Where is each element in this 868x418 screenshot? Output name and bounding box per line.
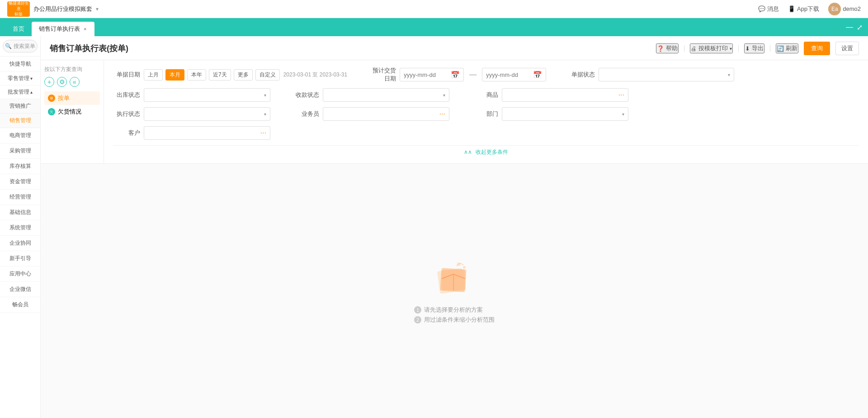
exec-status-select[interactable]: ▾ — [144, 107, 270, 121]
sidebar-item-purchase-mgmt[interactable]: 采购管理 — [0, 143, 40, 159]
settings-scheme-btn[interactable]: ⚙ — [57, 77, 67, 87]
export-btn[interactable]: ⬇ 导出 — [744, 43, 764, 53]
collapse-scheme-btn[interactable]: « — [70, 77, 80, 87]
date-last-month-btn[interactable]: 上月 — [144, 69, 163, 81]
sidebar-finance-label: 资金管理 — [9, 178, 31, 185]
dept-select[interactable]: ▾ — [502, 107, 628, 121]
sidebar-retail-label: 零售管理 — [8, 75, 29, 82]
status-dropdown-icon: ▾ — [728, 72, 730, 77]
out-status-label: 出库状态 — [113, 91, 140, 99]
sidebar-app-center-label: 应用中心 — [9, 270, 31, 278]
top-bar-arrow[interactable]: ▾ — [96, 6, 99, 12]
search-icon: 🔍 — [5, 43, 12, 49]
collapse-up-icon: ∧∧ — [464, 149, 472, 155]
date-this-month-btn[interactable]: 本月 — [165, 69, 184, 81]
collapse-bar[interactable]: ∧∧ 收起更多条件 — [113, 145, 859, 159]
tab-home-label: 首页 — [13, 25, 24, 33]
exec-dropdown-icon: ▾ — [264, 112, 266, 117]
payment-status-select[interactable]: ▾ — [323, 88, 449, 102]
scheme-按单[interactable]: 单 按单 — [44, 91, 100, 105]
sidebar-item-inventory[interactable]: 库存核算 — [0, 159, 40, 174]
top-bar: 畅捷通好生意 标版 办公用品行业模拟账套 ▾ 💬 消息 📱 App下载 Ea d… — [0, 0, 868, 18]
expected-date-start-input[interactable] — [404, 71, 449, 78]
app-download-btn[interactable]: 📱 App下载 — [788, 5, 819, 13]
expected-date-end[interactable]: 📅 — [482, 68, 546, 81]
tab-home[interactable]: 首页 — [5, 22, 32, 36]
top-bar-right: 💬 消息 📱 App下载 Ea demo2 — [758, 3, 861, 15]
hint-num-1: 1 — [414, 306, 421, 314]
date-presets: 上月 本月 本年 近7天 更多 — [144, 69, 280, 81]
window-maximize-icon[interactable]: ⤢ — [857, 23, 863, 32]
logo-text: 畅捷通好生意 — [7, 1, 30, 11]
sidebar-item-marketing[interactable]: 营销推广 — [0, 99, 40, 114]
out-status-select[interactable]: ▾ — [144, 88, 270, 102]
sidebar-purchase-label: 采购管理 — [9, 147, 31, 155]
sidebar-item-quick-nav[interactable]: 快捷导航 — [0, 57, 40, 72]
empty-hint-2: 2 用过滤条件来缩小分析范围 — [414, 316, 495, 324]
sidebar-item-new-user[interactable]: 新手引导 — [0, 251, 40, 266]
help-btn[interactable]: ❓ 帮助 — [656, 43, 679, 53]
refresh-label: 刷新 — [786, 44, 797, 52]
app-download-icon: 📱 — [788, 5, 795, 12]
print-btn[interactable]: 🖨 按模板打印 ▾ — [690, 43, 733, 53]
expected-date-end-input[interactable] — [486, 71, 531, 78]
refresh-btn[interactable]: 🔄 刷新 — [776, 43, 798, 53]
user-info[interactable]: Ea demo2 — [828, 3, 861, 15]
filter-panel: 按以下方案查询 + ⚙ « 单 — [41, 60, 868, 164]
sidebar-item-basic-info[interactable]: 基础信息 — [0, 205, 40, 220]
settings-label: 设置 — [841, 45, 853, 52]
window-minimize-icon[interactable]: — — [846, 23, 853, 32]
sidebar-item-member[interactable]: 畅会员 — [0, 297, 40, 313]
sidebar-item-ecom-mgmt[interactable]: 电商管理 — [0, 128, 40, 143]
sidebar-item-corp-wechat[interactable]: 企业微信 — [0, 282, 40, 297]
status-select[interactable]: ▾ — [599, 68, 734, 81]
page-actions: ❓ 帮助 🖨 按模板打印 ▾ ⬇ 导出 — [656, 42, 859, 55]
sidebar-sys-label: 系统管理 — [9, 224, 31, 232]
message-btn[interactable]: 💬 消息 — [758, 5, 779, 13]
query-btn[interactable]: 查询 — [804, 42, 830, 55]
date-last7-label: 近7天 — [213, 71, 227, 78]
scheme-label-欠货: 欠货情况 — [58, 108, 81, 116]
customer-label: 客户 — [113, 129, 140, 137]
salesperson-dots-icon[interactable]: ··· — [439, 110, 445, 118]
content-body: 按以下方案查询 + ⚙ « 单 — [41, 60, 868, 418]
sidebar-item-ops-mgmt[interactable]: 经营管理 — [0, 190, 40, 205]
date-custom-btn[interactable]: 自定义 — [255, 69, 280, 81]
sidebar-item-app-center[interactable]: 应用中心 — [0, 266, 40, 282]
date-last7-btn[interactable]: 近7天 — [209, 69, 231, 81]
wholesale-collapse-icon: ▴ — [30, 90, 33, 95]
filter-sidebar: 按以下方案查询 + ⚙ « 单 — [41, 60, 104, 163]
sidebar-item-sys-mgmt[interactable]: 系统管理 — [0, 220, 40, 236]
salesperson-select[interactable]: ··· — [323, 107, 449, 121]
add-scheme-btn[interactable]: + — [44, 77, 54, 87]
user-name: demo2 — [843, 5, 861, 12]
search-menu-btn[interactable]: 🔍 搜索菜单 — [3, 40, 38, 52]
scheme-欠货情况[interactable]: 欠 欠货情况 — [44, 105, 100, 119]
customer-select[interactable]: ··· — [144, 126, 270, 140]
sidebar-item-wholesale-mgmt[interactable]: 批发管理 ▴ — [0, 86, 40, 99]
tab-sales-order[interactable]: 销售订单执行表 × — [32, 22, 94, 36]
expected-date-start[interactable]: 📅 — [400, 68, 464, 81]
sidebar: 🔍 搜索菜单 快捷导航 零售管理 ▾ 批发管理 ▴ 营销推广 销售管理 电商管理… — [0, 36, 41, 418]
customer-dots-icon[interactable]: ··· — [260, 129, 266, 137]
product-select[interactable]: ··· — [502, 88, 628, 102]
scheme-dot-text-欠货: 欠 — [50, 109, 53, 114]
settings-btn[interactable]: 设置 — [835, 42, 859, 55]
product-dots-icon[interactable]: ··· — [618, 91, 624, 99]
sidebar-marketing-label: 营销推广 — [9, 103, 31, 109]
export-label: 导出 — [752, 44, 764, 52]
sidebar-item-retail-mgmt[interactable]: 零售管理 ▾ — [0, 72, 40, 86]
date-this-year-btn[interactable]: 本年 — [187, 69, 206, 81]
sidebar-item-sales-mgmt[interactable]: 销售管理 — [0, 114, 40, 128]
sidebar-item-finance-mgmt[interactable]: 资金管理 — [0, 174, 40, 190]
date-more-btn[interactable]: 更多 — [234, 69, 253, 81]
filter-form-area: 单据日期 上月 本月 本年 近7天 — [104, 60, 868, 163]
logo: 畅捷通好生意 标版 — [7, 1, 30, 17]
sidebar-item-enterprise[interactable]: 企业协同 — [0, 236, 40, 251]
payment-status-label: 收款状态 — [292, 91, 319, 99]
tab-close-icon[interactable]: × — [83, 25, 87, 33]
page-header-top: 销售订单执行表(按单) ❓ 帮助 🖨 按模板打印 ▾ ⬇ — [50, 42, 859, 55]
date-this-year-label: 本年 — [191, 71, 202, 78]
filter-row-1: 单据日期 上月 本月 本年 近7天 — [113, 66, 859, 83]
sidebar-corp-wechat-label: 企业微信 — [9, 285, 31, 293]
